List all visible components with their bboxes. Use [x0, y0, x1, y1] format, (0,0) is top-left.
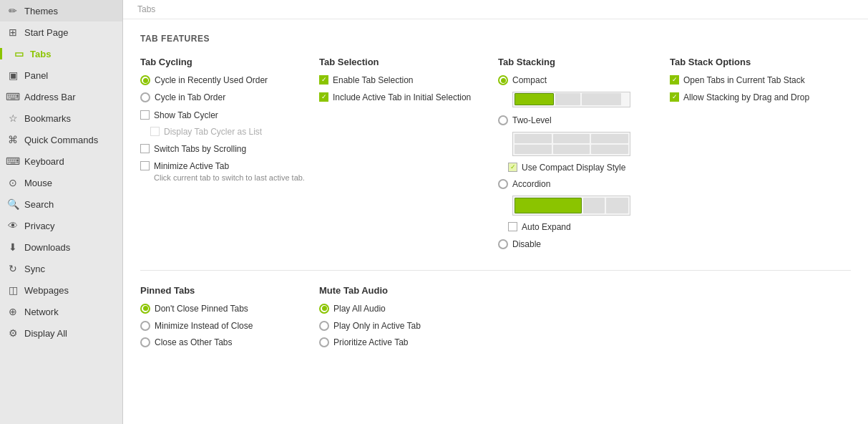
sidebar-label-mouse: Mouse [24, 178, 52, 188]
checkbox-scroll[interactable] [140, 144, 150, 153]
checkbox-auto-expand[interactable] [508, 222, 517, 231]
label-active-only: Play Only in Active Tab [333, 320, 421, 332]
tlp-tab-2 [553, 134, 590, 143]
option-show-cycler[interactable]: Show Tab Cycler [140, 110, 305, 122]
option-accordion[interactable]: Accordion [498, 178, 655, 191]
option-play-all[interactable]: Play All Audio [319, 303, 484, 315]
radio-recently-used[interactable] [140, 75, 150, 85]
tab-cycling-column: Tab Cycling Cycle in Recently Used Order… [140, 57, 305, 256]
option-enable-selection[interactable]: Enable Tab Selection [319, 74, 484, 87]
label-allow-stacking: Allow Stacking by Drag and Drop [683, 92, 809, 104]
compact-preview [512, 92, 630, 107]
option-close-other[interactable]: Close as Other Tabs [140, 337, 305, 349]
sidebar-item-webpages[interactable]: ◫ Webpages [0, 279, 122, 301]
sidebar-item-sync[interactable]: ↻ Sync [0, 258, 122, 279]
option-active-only[interactable]: Play Only in Active Tab [319, 320, 484, 332]
option-disable[interactable]: Disable [498, 238, 655, 251]
sidebar-item-address-bar[interactable]: ⌨ Address Bar [0, 86, 122, 107]
checkbox-allow-stacking[interactable] [670, 92, 679, 102]
checkbox-show-cycler[interactable] [140, 110, 150, 120]
sidebar-item-network[interactable]: ⊕ Network [0, 301, 122, 322]
option-two-level[interactable]: Two-Level [498, 115, 655, 127]
tlp-tab-6 [591, 145, 628, 154]
tlp-row-1 [515, 134, 628, 143]
sidebar-item-panel[interactable]: ▣ Panel [0, 64, 122, 86]
tab-cycling-title: Tab Cycling [140, 57, 305, 67]
checkbox-minimize[interactable] [140, 161, 150, 170]
checkbox-open-tabs-current[interactable] [670, 75, 679, 85]
display-all-icon: ⚙ [7, 327, 19, 339]
sidebar-label-panel: Panel [24, 70, 48, 81]
sidebar-item-downloads[interactable]: ⬇ Downloads [0, 236, 122, 258]
option-scroll[interactable]: Switch Tabs by Scrolling [140, 143, 305, 155]
option-prioritize[interactable]: Prioritize Active Tab [319, 337, 484, 349]
option-tab-order[interactable]: Cycle in Tab Order [140, 92, 305, 104]
option-minimize-close[interactable]: Minimize Instead of Close [140, 320, 305, 332]
radio-disable[interactable] [498, 239, 508, 249]
sidebar-item-keyboard[interactable]: ⌨ Keyboard [0, 150, 122, 172]
network-icon: ⊕ [7, 306, 19, 317]
acc-tab-active [515, 198, 582, 213]
tab-stack-options-title: Tab Stack Options [670, 57, 868, 67]
tab-selection-title: Tab Selection [319, 57, 484, 67]
option-auto-expand[interactable]: Auto Expand [508, 221, 655, 233]
option-use-compact[interactable]: Use Compact Display Style [508, 162, 655, 174]
sidebar-item-start-page[interactable]: ⊞ Start Page [0, 21, 122, 43]
radio-tab-order[interactable] [140, 92, 150, 102]
section-title: TAB FEATURES [140, 34, 851, 44]
downloads-icon: ⬇ [7, 241, 19, 253]
radio-minimize-close[interactable] [140, 321, 150, 331]
main-content: Tabs TAB FEATURES Tab Cycling Cycle in R… [123, 0, 868, 424]
tab-stack-options-column: Tab Stack Options Open Tabs in Current T… [670, 57, 868, 256]
sidebar-item-display-all[interactable]: ⚙ Display All [0, 322, 122, 344]
sidebar-item-bookmarks[interactable]: ☆ Bookmarks [0, 107, 122, 129]
sidebar-label-search: Search [24, 199, 54, 210]
mouse-icon: ⊙ [7, 177, 19, 188]
features-grid: Tab Cycling Cycle in Recently Used Order… [140, 57, 851, 256]
sidebar-item-quick-commands[interactable]: ⌘ Quick Commands [0, 129, 122, 150]
label-disable: Disable [512, 238, 541, 251]
checkbox-enable-selection[interactable] [319, 75, 328, 85]
sidebar-label-themes: Themes [24, 6, 58, 16]
breadcrumb: Tabs [123, 0, 868, 19]
option-include-active[interactable]: Include Active Tab in Initial Selection [319, 92, 484, 104]
sidebar-label-sync: Sync [24, 264, 45, 274]
sidebar-item-privacy[interactable]: 👁 Privacy [0, 215, 122, 236]
subtext-minimize: Click current tab to switch to last acti… [154, 173, 305, 182]
sidebar-item-tabs[interactable]: ▭ Tabs [0, 43, 122, 64]
radio-two-level[interactable] [498, 115, 508, 125]
option-recently-used[interactable]: Cycle in Recently Used Order [140, 74, 305, 87]
compact-tab-active [515, 93, 554, 105]
label-show-cycler: Show Tab Cycler [154, 110, 218, 122]
option-dont-close[interactable]: Don't Close Pinned Tabs [140, 303, 305, 315]
label-play-all: Play All Audio [333, 303, 386, 315]
sidebar-item-themes[interactable]: ✏ Themes [0, 0, 122, 21]
checkbox-use-compact[interactable] [508, 163, 517, 172]
label-minimize: Minimize Active Tab [154, 161, 229, 171]
radio-close-other[interactable] [140, 337, 150, 347]
option-compact[interactable]: Compact [498, 74, 655, 87]
radio-accordion[interactable] [498, 179, 508, 189]
pinned-tabs-title: Pinned Tabs [140, 285, 305, 296]
active-indicator [0, 48, 2, 59]
checkbox-include-active[interactable] [319, 92, 328, 102]
option-minimize[interactable]: Minimize Active Tab Click current tab to… [140, 160, 305, 182]
label-recently-used: Cycle in Recently Used Order [155, 74, 268, 87]
sidebar-label-quick-commands: Quick Commands [24, 135, 98, 145]
checkbox-cycler-list [150, 127, 160, 136]
radio-dont-close[interactable] [140, 304, 150, 314]
radio-compact[interactable] [498, 75, 508, 85]
label-include-active: Include Active Tab in Initial Selection [333, 92, 471, 104]
radio-prioritize[interactable] [319, 337, 329, 347]
radio-active-only[interactable] [319, 321, 329, 331]
label-minimize-close: Minimize Instead of Close [155, 320, 253, 332]
option-allow-stacking[interactable]: Allow Stacking by Drag and Drop [670, 92, 868, 104]
start-page-icon: ⊞ [7, 26, 19, 38]
radio-play-all[interactable] [319, 304, 329, 314]
sidebar-item-mouse[interactable]: ⊙ Mouse [0, 172, 122, 193]
option-open-tabs-current[interactable]: Open Tabs in Current Tab Stack [670, 74, 868, 87]
sidebar-item-search[interactable]: 🔍 Search [0, 193, 122, 215]
quick-commands-icon: ⌘ [7, 134, 19, 145]
label-accordion: Accordion [512, 178, 550, 191]
label-dont-close: Don't Close Pinned Tabs [155, 303, 248, 315]
